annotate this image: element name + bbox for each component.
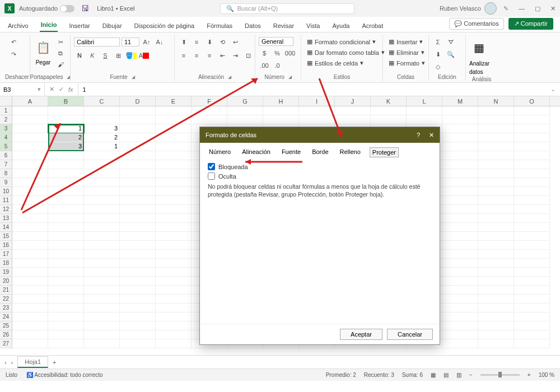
cell[interactable] [478, 223, 514, 232]
fill-icon[interactable]: ⬇ [432, 49, 444, 59]
font-size-combo[interactable] [122, 38, 139, 46]
cell[interactable] [84, 277, 120, 286]
cell[interactable] [12, 133, 48, 142]
cell[interactable] [120, 232, 156, 241]
cell[interactable] [478, 259, 514, 268]
cell[interactable] [478, 178, 514, 187]
cell[interactable] [514, 115, 550, 124]
cell[interactable] [84, 196, 120, 205]
view-normal-icon[interactable]: ▦ [431, 372, 436, 378]
cell[interactable] [514, 106, 550, 115]
row-header[interactable]: 5 [0, 142, 12, 151]
cell[interactable] [48, 223, 84, 232]
row-header[interactable]: 19 [0, 268, 12, 277]
cell[interactable] [84, 286, 120, 295]
cell[interactable] [84, 250, 120, 259]
increase-decimal-icon[interactable]: .00 [259, 60, 270, 71]
cell[interactable] [478, 106, 514, 115]
cell[interactable] [263, 106, 299, 115]
zoom-level[interactable]: 100 % [539, 372, 554, 378]
cell[interactable] [227, 106, 263, 115]
view-layout-icon[interactable]: ▤ [444, 372, 449, 378]
cell[interactable] [48, 151, 84, 160]
cell[interactable] [120, 196, 156, 205]
cell[interactable] [84, 214, 120, 223]
row-header[interactable]: 3 [0, 124, 12, 133]
cell[interactable] [84, 241, 120, 250]
clear-icon[interactable]: ◇ [432, 62, 444, 72]
cell[interactable] [12, 196, 48, 205]
locked-checkbox[interactable]: Bloqueada [208, 163, 432, 170]
row-header[interactable]: 8 [0, 169, 12, 178]
col-header[interactable]: N [478, 96, 514, 106]
cell[interactable] [12, 312, 48, 321]
cell[interactable] [478, 196, 514, 205]
delete-cells-button[interactable]: ▦ Eliminar ▾ [386, 48, 427, 57]
cell[interactable] [12, 268, 48, 277]
cell[interactable] [48, 330, 84, 339]
col-header[interactable]: J [335, 96, 371, 106]
next-sheet-icon[interactable]: › [11, 359, 13, 366]
cell[interactable] [156, 142, 192, 151]
cell[interactable] [12, 295, 48, 304]
cell[interactable] [299, 106, 335, 115]
cell[interactable] [478, 205, 514, 214]
cell[interactable] [120, 312, 156, 321]
col-header[interactable]: O [514, 96, 550, 106]
cell[interactable] [514, 339, 550, 348]
cell[interactable] [156, 268, 192, 277]
cell[interactable] [478, 151, 514, 160]
comma-icon[interactable]: 000 [284, 48, 296, 58]
cell[interactable] [514, 259, 550, 268]
cell[interactable] [12, 259, 48, 268]
cell[interactable] [478, 160, 514, 169]
cell[interactable] [120, 250, 156, 259]
cell[interactable] [12, 223, 48, 232]
cell[interactable] [156, 259, 192, 268]
col-header[interactable]: G [227, 96, 263, 106]
cell[interactable] [442, 286, 478, 295]
cell[interactable] [84, 232, 120, 241]
tab-ayuda[interactable]: Ayuda [331, 22, 351, 32]
cell[interactable] [442, 187, 478, 196]
prev-sheet-icon[interactable]: ‹ [4, 359, 7, 366]
col-header[interactable]: E [156, 96, 192, 106]
cell[interactable] [514, 124, 550, 133]
row-header[interactable]: 1 [0, 106, 12, 115]
number-format-combo[interactable] [259, 37, 293, 46]
cell[interactable] [156, 250, 192, 259]
cell[interactable] [478, 115, 514, 124]
col-header[interactable]: F [192, 96, 227, 106]
fx-icon[interactable]: fx [68, 86, 73, 93]
cell[interactable] [442, 268, 478, 277]
cell[interactable] [514, 160, 550, 169]
cell[interactable] [156, 241, 192, 250]
dlg-tab-relleno[interactable]: Relleno [338, 147, 363, 157]
toggle-icon[interactable] [60, 5, 74, 12]
cell[interactable] [12, 124, 48, 133]
cell[interactable] [156, 321, 192, 330]
cell[interactable] [120, 259, 156, 268]
copy-icon[interactable]: ⧉ [55, 48, 66, 58]
cell[interactable] [156, 124, 192, 133]
cell[interactable] [48, 295, 84, 304]
increase-font-icon[interactable]: A↑ [141, 37, 152, 47]
row-header[interactable]: 21 [0, 286, 12, 295]
cell[interactable] [48, 339, 84, 348]
cell[interactable] [84, 259, 120, 268]
cell[interactable] [514, 151, 550, 160]
cell[interactable] [156, 330, 192, 339]
save-icon[interactable]: 🖫 [81, 4, 90, 13]
cell[interactable] [84, 268, 120, 277]
cell[interactable] [514, 304, 550, 312]
cell[interactable] [514, 250, 550, 259]
cell[interactable] [48, 241, 84, 250]
cell[interactable] [442, 106, 478, 115]
cell[interactable] [442, 312, 478, 321]
cell[interactable] [514, 312, 550, 321]
cell[interactable] [156, 133, 192, 142]
row-header[interactable]: 2 [0, 115, 12, 124]
cell[interactable] [12, 330, 48, 339]
cell[interactable] [12, 178, 48, 187]
cell[interactable] [156, 196, 192, 205]
